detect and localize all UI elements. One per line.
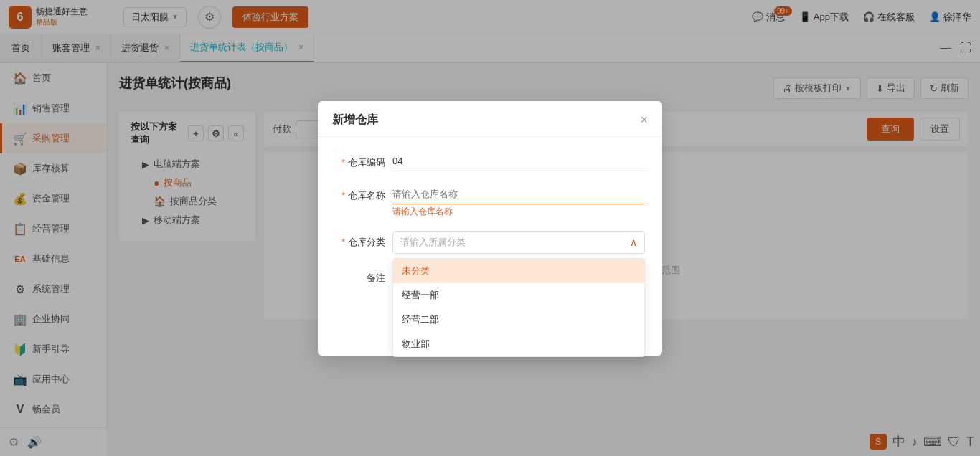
modal-add-warehouse: 新增仓库 × 仓库编码 仓库名称 请输入仓库名称 仓库分类 (318, 101, 662, 356)
category-dropdown[interactable]: 请输入所属分类 ∧ (392, 231, 645, 254)
dropdown-item-dept1[interactable]: 经营一部 (393, 283, 644, 308)
modal-close-button[interactable]: × (640, 113, 648, 128)
name-input[interactable] (392, 184, 645, 204)
code-field (392, 151, 645, 171)
category-label: 仓库分类 (335, 231, 385, 249)
name-error-message: 请输入仓库名称 (392, 206, 645, 218)
code-input[interactable] (392, 151, 645, 171)
form-row-code: 仓库编码 (335, 151, 645, 171)
code-label: 仓库编码 (335, 151, 385, 169)
modal-overlay: 新增仓库 × 仓库编码 仓库名称 请输入仓库名称 仓库分类 (0, 0, 980, 456)
modal-header: 新增仓库 × (318, 101, 662, 137)
dropdown-item-uncategorized[interactable]: 未分类 (393, 259, 644, 283)
category-dropdown-popup: 未分类 经营一部 经营二部 物业部 (392, 258, 645, 357)
modal-body: 仓库编码 仓库名称 请输入仓库名称 仓库分类 请输入所属分类 (318, 137, 662, 311)
note-label: 备注 (335, 267, 385, 285)
name-field: 请输入仓库名称 (392, 184, 645, 218)
form-row-category: 仓库分类 请输入所属分类 ∧ 未分类 经营一部 (335, 231, 645, 254)
category-placeholder: 请输入所属分类 (400, 236, 466, 249)
form-row-name: 仓库名称 请输入仓库名称 (335, 184, 645, 218)
category-field: 请输入所属分类 ∧ 未分类 经营一部 经营二部 (392, 231, 645, 254)
modal-title: 新增仓库 (332, 113, 378, 128)
category-dropdown-icon: ∧ (630, 237, 637, 248)
dropdown-item-property[interactable]: 物业部 (393, 332, 644, 356)
dropdown-item-dept2[interactable]: 经营二部 (393, 308, 644, 332)
name-label: 仓库名称 (335, 184, 385, 202)
